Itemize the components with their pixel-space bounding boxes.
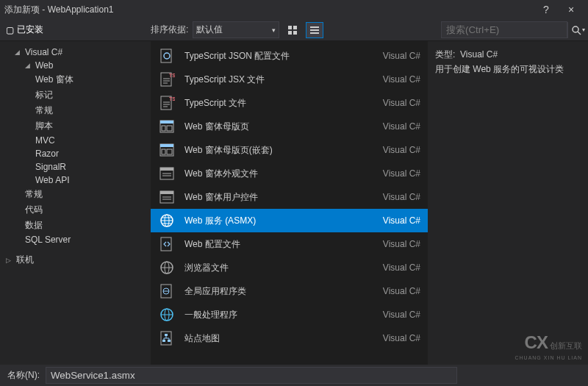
template-row[interactable]: 一般处理程序Visual C#	[151, 303, 428, 326]
grid-view-button[interactable]	[284, 22, 301, 38]
installed-tab-label: 已安装	[17, 24, 43, 36]
svg-rect-5	[310, 29, 319, 31]
template-row[interactable]: 站点地图Visual C#	[151, 326, 428, 350]
tree-node[interactable]: MVC	[0, 134, 151, 147]
template-icon	[158, 282, 176, 300]
details-panel: 类型: Visual C# 用于创建 Web 服务的可视设计类	[428, 41, 588, 365]
name-input[interactable]	[46, 367, 457, 384]
tree-node-web[interactable]: ◢Web	[0, 59, 151, 72]
svg-rect-55	[168, 340, 171, 342]
template-icon	[158, 212, 176, 229]
tree-node-visualcsharp[interactable]: ◢Visual C#	[0, 46, 151, 59]
template-lang: Visual C#	[383, 98, 420, 108]
search-input[interactable]	[441, 21, 567, 38]
template-lang: Visual C#	[383, 51, 420, 61]
svg-rect-2	[288, 31, 292, 35]
template-lang: Visual C#	[383, 168, 420, 179]
svg-rect-27	[162, 149, 165, 154]
svg-line-8	[578, 32, 581, 35]
svg-rect-28	[167, 149, 172, 154]
svg-rect-30	[160, 168, 173, 171]
template-label: 全局应用程序类	[184, 285, 374, 298]
chevron-down-icon: ▾	[582, 26, 585, 33]
template-label: 一般处理程序	[184, 309, 374, 321]
svg-point-7	[573, 26, 578, 32]
template-row[interactable]: Web 服务 (ASMX)Visual C#	[151, 209, 428, 232]
template-lang: Visual C#	[383, 262, 420, 273]
template-icon	[158, 306, 176, 324]
list-view-button[interactable]	[306, 22, 323, 38]
template-row[interactable]: Web 窗体用户控件Visual C#	[151, 185, 428, 209]
close-button[interactable]: ×	[559, 0, 584, 19]
tree-node[interactable]: 标记	[0, 87, 151, 103]
main-area: ◢Visual C# ◢Web Web 窗体 标记 常规 脚本 MVC Razo…	[0, 41, 588, 365]
template-row[interactable]: Web 窗体母版页Visual C#	[151, 115, 428, 138]
svg-rect-24	[167, 126, 172, 131]
template-label: 站点地图	[184, 332, 374, 345]
svg-rect-34	[160, 191, 173, 194]
svg-point-10	[164, 53, 170, 59]
sort-value: 默认值	[196, 24, 223, 36]
tree-node[interactable]: Razor	[0, 147, 151, 160]
category-tree: ◢Visual C# ◢Web Web 窗体 标记 常规 脚本 MVC Razo…	[0, 41, 151, 365]
template-row[interactable]: 全局应用程序类Visual C#	[151, 279, 428, 303]
template-icon	[158, 47, 176, 65]
tree-node[interactable]: 代码	[0, 202, 151, 218]
template-lang: Visual C#	[383, 74, 420, 85]
template-lang: Visual C#	[383, 192, 420, 202]
template-row[interactable]: TSTypeScript 文件Visual C#	[151, 91, 428, 115]
template-label: TypeScript JSX 文件	[184, 74, 374, 86]
svg-rect-54	[162, 340, 165, 342]
template-icon	[158, 235, 176, 253]
template-icon	[158, 188, 176, 206]
template-row[interactable]: TypeScript JSON 配置文件Visual C#	[151, 44, 428, 68]
template-icon	[158, 141, 176, 159]
template-row[interactable]: 浏览器文件Visual C#	[151, 256, 428, 279]
template-label: TypeScript JSON 配置文件	[184, 50, 374, 62]
search-button[interactable]: ▾	[567, 22, 588, 38]
tree-node[interactable]: Web 窗体	[0, 72, 151, 87]
tree-node[interactable]: 常规	[0, 187, 151, 202]
tree-node[interactable]: SignalR	[0, 160, 151, 174]
template-row[interactable]: Web 窗体外观文件Visual C#	[151, 162, 428, 185]
template-row[interactable]: TSTypeScript JSX 文件Visual C#	[151, 68, 428, 91]
svg-rect-23	[162, 126, 165, 131]
svg-rect-53	[165, 334, 168, 336]
toolbar: ▢ 已安装 排序依据: 默认值 ▾ ▾	[0, 19, 588, 41]
footer: 名称(N):	[0, 365, 588, 386]
template-row[interactable]: Web 配置文件Visual C#	[151, 232, 428, 256]
template-list-panel: TypeScript JSON 配置文件Visual C#TSTypeScrip…	[151, 41, 428, 365]
tree-node[interactable]: Web API	[0, 174, 151, 187]
template-lang: Visual C#	[383, 286, 420, 296]
template-label: Web 窗体母版页	[184, 121, 374, 133]
sort-label: 排序依据:	[151, 24, 188, 36]
tree-node[interactable]: 常规	[0, 103, 151, 118]
tree-node[interactable]: SQL Server	[0, 233, 151, 246]
svg-rect-0	[288, 26, 292, 29]
template-lang: Visual C#	[383, 333, 420, 343]
svg-rect-3	[293, 31, 297, 35]
template-label: Web 配置文件	[184, 238, 374, 251]
titlebar: 添加新项 - WebApplication1 ? ×	[0, 0, 588, 19]
svg-rect-1	[293, 26, 297, 29]
tree-node[interactable]: 数据	[0, 218, 151, 233]
template-label: Web 窗体外观文件	[184, 168, 374, 180]
svg-text:TS: TS	[169, 96, 175, 101]
sort-dropdown[interactable]: 默认值 ▾	[193, 21, 279, 38]
template-icon: TS	[158, 94, 176, 112]
template-icon	[158, 259, 176, 276]
svg-rect-22	[160, 121, 173, 124]
template-row[interactable]: Web 窗体母版页(嵌套)Visual C#	[151, 138, 428, 162]
template-icon	[158, 329, 176, 347]
tree-node[interactable]: 脚本	[0, 118, 151, 134]
svg-rect-4	[310, 26, 319, 28]
type-description: 用于创建 Web 服务的可视设计类	[435, 62, 581, 76]
svg-text:TS: TS	[169, 73, 175, 78]
template-lang: Visual C#	[383, 215, 420, 226]
tree-node-online[interactable]: ▷联机	[0, 252, 151, 268]
type-info: 类型: Visual C#	[435, 47, 581, 62]
help-button[interactable]: ?	[534, 0, 559, 19]
installed-tab[interactable]: ▢ 已安装	[6, 24, 43, 36]
window-title: 添加新项 - WebApplication1	[4, 4, 534, 16]
template-lang: Visual C#	[383, 145, 420, 155]
